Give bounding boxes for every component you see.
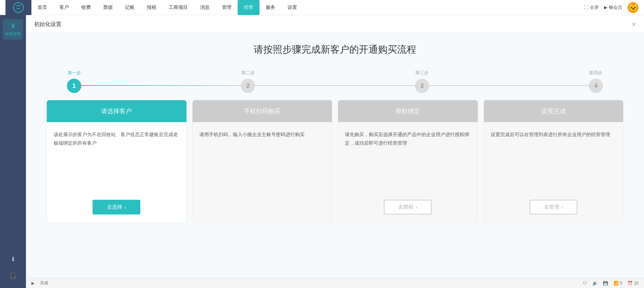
card-4-footer: 去管理 › <box>484 194 624 223</box>
status-label: 完成 <box>40 280 48 286</box>
sidebar-bottom: ⬇ 🎧 <box>6 252 20 288</box>
cards-row: 请选择客户 该处展示的客户为不在回收站、客户状态正常建账后完成老板端绑定的所有客… <box>46 100 624 223</box>
nav-item-settings[interactable]: 设置 <box>281 0 303 15</box>
arrow-icon: › <box>124 204 126 210</box>
card-3-header: 授权绑定 <box>338 100 478 122</box>
svg-point-0 <box>14 2 24 12</box>
nav-item-customer[interactable]: 客户 <box>53 0 75 15</box>
nav-item-message[interactable]: 消息 <box>194 0 216 15</box>
save-icon: 💾 <box>603 281 608 286</box>
page-header: 初始化设置 × <box>26 15 644 33</box>
step-1-label: 第一步 <box>68 70 81 76</box>
nav-item-home[interactable]: 首页 <box>31 0 53 15</box>
status-bar-right: 🛡 🔊 💾 📶 0 ⏰ 10 <box>583 281 639 286</box>
step-4-label: 第四步 <box>589 70 602 76</box>
sidebar-item-label: 经营管理 <box>5 31 20 36</box>
main-content: 初始化设置 × 请按照步骤完成新客户的开通购买流程 第一步 1 › <box>26 15 644 288</box>
nav-right-area: ⛶ 全屏 ▶ 畅会员 🐱 <box>584 2 639 13</box>
main-heading: 请按照步骤完成新客户的开通购买流程 <box>46 43 624 56</box>
arrow-icon-3: › <box>416 204 417 210</box>
card-scan-buy: 手机扫码购买 请用手机扫码，输入小微企业主账号密码进行购买 <box>192 100 333 223</box>
play-icon: ▶ <box>604 5 607 10</box>
nav-item-business[interactable]: 工商项目 <box>163 0 194 15</box>
nav-item-tax[interactable]: 报税 <box>141 0 163 15</box>
status-bar: ▶ 完成 🛡 🔊 💾 📶 0 ⏰ 10 <box>26 278 644 288</box>
go-select-button[interactable]: 去选择 › <box>93 200 140 214</box>
step-2-label: 第二步 <box>241 70 255 76</box>
card-2-header: 手机扫码购买 <box>193 100 332 122</box>
card-1-footer: 去选择 › <box>47 194 186 223</box>
step-3-label: 第三步 <box>415 70 429 76</box>
yen-icon: ¥ <box>11 22 15 30</box>
nav-item-service[interactable]: 服务 <box>260 0 281 15</box>
card-setup-complete: 设置完成 设置完成后可以在管理列表进行所有企业用户的经营管理 去管理 › <box>484 100 624 223</box>
close-button[interactable]: × <box>632 21 636 28</box>
sidebar-item-operation[interactable]: ¥ 经营管理 <box>3 19 23 40</box>
card-3-footer: 去授权 › <box>338 194 478 223</box>
fullscreen-icon: ⛶ <box>584 5 588 10</box>
arrow-icon-4: › <box>561 204 563 210</box>
content-area: 请按照步骤完成新客户的开通购买流程 第一步 1 › 第二步 2 <box>26 33 644 278</box>
page-title: 初始化设置 <box>34 21 61 28</box>
nav-item-fee[interactable]: 收费 <box>75 0 97 15</box>
volume-icon: 🔊 <box>592 281 598 286</box>
card-1-header: 请选择客户 <box>47 100 186 122</box>
app-logo <box>5 0 31 15</box>
card-3-body: 请先购买，购买后选择开通的产品中的企业用户进行授权绑定，成功后即可进行经营管理 <box>338 122 478 194</box>
nav-items: 首页 客户 收费 票据 记账 报税 工商项目 消息 管理 经营 服务 设置 <box>31 0 584 15</box>
go-auth-button[interactable]: 去授权 › <box>384 200 432 214</box>
nav-item-operation[interactable]: 经营 <box>238 0 260 15</box>
download-button[interactable]: ⬇ <box>6 252 20 266</box>
step-line-2: › <box>255 85 415 86</box>
card-auth-bind: 授权绑定 请先购买，购买后选择开通的产品中的企业用户进行授权绑定，成功后即可进行… <box>338 100 478 223</box>
card-4-header: 设置完成 <box>484 100 624 122</box>
go-manage-button[interactable]: 去管理 › <box>530 200 577 214</box>
nav-item-ticket[interactable]: 票据 <box>97 0 119 15</box>
card-1-body: 该处展示的客户为不在回收站、客户状态正常建账后完成老板端绑定的所有客户 <box>47 122 186 194</box>
left-sidebar: ¥ 经营管理 ⬇ 🎧 <box>0 15 26 288</box>
step-line-1: › <box>81 85 241 86</box>
top-navigation: 首页 客户 收费 票据 记账 报税 工商项目 消息 管理 经营 服务 设置 ⛶ … <box>0 0 644 15</box>
nav-item-manage[interactable]: 管理 <box>216 0 238 15</box>
stepper: 第一步 1 › 第二步 2 › <box>46 70 624 93</box>
user-avatar[interactable]: 🐱 <box>628 2 639 13</box>
fullscreen-button[interactable]: ⛶ 全屏 <box>584 4 599 11</box>
step-1-circle: 1 <box>67 79 81 93</box>
card-4-body: 设置完成后可以在管理列表进行所有企业用户的经营管理 <box>484 122 624 194</box>
card-2-footer <box>193 209 332 223</box>
step-1: 第一步 1 <box>67 70 81 93</box>
play-status-icon: ▶ <box>31 281 34 286</box>
step-line-3: › <box>429 85 589 86</box>
step-2: 第二步 2 <box>241 70 255 93</box>
clock-status: ⏰ 10 <box>628 281 639 286</box>
member-button[interactable]: ▶ 畅会员 <box>604 4 622 11</box>
nav-item-account[interactable]: 记账 <box>119 0 141 15</box>
network-status: 📶 0 <box>614 281 622 286</box>
step-3: 第三步 3 <box>415 70 429 93</box>
card-select-customer: 请选择客户 该处展示的客户为不在回收站、客户状态正常建账后完成老板端绑定的所有客… <box>46 100 187 223</box>
headset-button[interactable]: 🎧 <box>6 269 20 283</box>
step-4: 第四步 4 <box>589 70 603 93</box>
shield-icon: 🛡 <box>583 281 587 286</box>
card-2-body: 请用手机扫码，输入小微企业主账号密码进行购买 <box>193 122 332 209</box>
